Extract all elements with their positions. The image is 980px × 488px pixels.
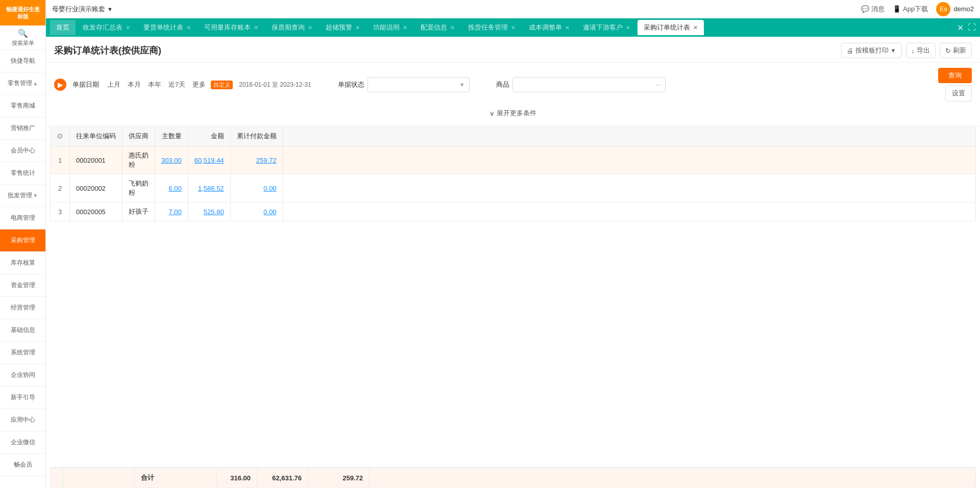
sidebar-item-label: 新手引导 bbox=[11, 393, 35, 402]
tab-home[interactable]: 首页 bbox=[50, 20, 76, 35]
sidebar-search[interactable]: 🔍 搜索菜单 bbox=[0, 25, 46, 50]
expand-more-button[interactable]: ∨ 展开更多条件 bbox=[489, 109, 536, 118]
cell-amount[interactable]: 525.80 bbox=[188, 202, 230, 221]
cell-paid[interactable]: 259.72 bbox=[230, 146, 283, 174]
shortcut-7days[interactable]: 近7天 bbox=[166, 79, 187, 90]
export-icon: ↓ bbox=[912, 47, 915, 55]
close-tab-button[interactable]: ✕ bbox=[957, 23, 964, 33]
goods-input[interactable]: ··· bbox=[512, 77, 666, 92]
sidebar-item-label: 会员中心 bbox=[11, 146, 35, 155]
user-menu[interactable]: Ea demo2 bbox=[936, 2, 974, 16]
tab-close-icon[interactable]: ✕ bbox=[308, 24, 312, 31]
cell-paid[interactable]: 0.00 bbox=[230, 202, 283, 221]
sidebar-item-purchase[interactable]: 采购管理 bbox=[0, 229, 46, 252]
maximize-button[interactable]: ⛶ bbox=[968, 23, 976, 32]
tab-yaoqing[interactable]: 邀请下游客户 ✕ bbox=[577, 20, 636, 35]
tab-label: 邀请下游客户 bbox=[583, 23, 623, 32]
tab-kuyun[interactable]: 可用量库存账本 ✕ bbox=[198, 20, 264, 35]
sidebar-item-ecommerce[interactable]: 电商管理 bbox=[0, 207, 46, 229]
cell-qty[interactable]: 7.00 bbox=[155, 202, 188, 221]
sidebar-item-member2[interactable]: 畅会员 bbox=[0, 454, 46, 476]
tab-close-icon[interactable]: ✕ bbox=[186, 24, 191, 31]
cell-paid[interactable]: 0.00 bbox=[230, 174, 283, 202]
footer-label: 合计 bbox=[135, 468, 216, 488]
app-download-button[interactable]: 📱 App下载 bbox=[893, 5, 928, 14]
sidebar-item-retail[interactable]: 零售管理 ▲ bbox=[0, 72, 46, 95]
sidebar-item-appcenter[interactable]: 应用中心 bbox=[0, 409, 46, 431]
tab-yaohuo[interactable]: 要货单统计表 ✕ bbox=[137, 20, 197, 35]
sidebar-item-newbie[interactable]: 新手引导 bbox=[0, 387, 46, 409]
sidebar-item-basic[interactable]: 基础信息 bbox=[0, 319, 46, 342]
settings-button[interactable]: 设置 bbox=[945, 85, 972, 101]
filter-row-1: ▶ 单据日期 上月 本月 本年 近7天 更多 自定义 2016-01-01 至 … bbox=[54, 68, 972, 101]
sidebar-item-label: 采购管理 bbox=[11, 236, 35, 245]
custom-date-badge[interactable]: 自定义 bbox=[211, 81, 233, 89]
tab-gongneng[interactable]: 功能说明 ✕ bbox=[367, 20, 413, 35]
sidebar-item-label: 畅会员 bbox=[14, 460, 32, 469]
message-button[interactable]: 💬 消息 bbox=[861, 5, 885, 14]
sidebar-item-stock[interactable]: 库存核算 bbox=[0, 252, 46, 274]
col-extra bbox=[283, 126, 975, 146]
shortcut-more[interactable]: 更多 bbox=[190, 79, 208, 90]
query-button[interactable]: 查询 bbox=[938, 68, 972, 83]
tabbar-actions: ✕ ⛶ bbox=[957, 23, 976, 33]
sidebar-item-system[interactable]: 系统管理 bbox=[0, 342, 46, 364]
page-title: 采购订单统计表(按供应商) bbox=[54, 44, 161, 57]
sidebar-item-label: 资金管理 bbox=[11, 281, 35, 290]
cell-qty[interactable]: 6.00 bbox=[155, 174, 188, 202]
tab-close-icon[interactable]: ✕ bbox=[450, 24, 455, 31]
sidebar-item-corpwx[interactable]: 企业微信 bbox=[0, 431, 46, 454]
tab-close-icon[interactable]: ✕ bbox=[565, 24, 570, 31]
chevron-up-icon: ▲ bbox=[33, 81, 38, 86]
cell-amount[interactable]: 1,586.52 bbox=[188, 174, 230, 202]
refresh-button[interactable]: ↻ 刷新 bbox=[940, 43, 972, 58]
account-switcher[interactable]: 母婴行业演示账套 ▼ bbox=[52, 5, 113, 14]
export-button[interactable]: ↓ 导出 bbox=[906, 43, 936, 58]
cell-index: 2 bbox=[51, 174, 70, 202]
tab-shoufacun[interactable]: 收发存汇总表 ✕ bbox=[77, 20, 136, 35]
footer-label-code bbox=[63, 468, 135, 488]
cell-qty[interactable]: 303.00 bbox=[155, 146, 188, 174]
print-button[interactable]: 🖨 按模板打印 ▼ bbox=[841, 43, 902, 58]
tab-baozhi[interactable]: 保质期查询 ✕ bbox=[265, 20, 318, 35]
cell-amount[interactable]: 60,519.44 bbox=[188, 146, 230, 174]
shortcut-this-year[interactable]: 本年 bbox=[146, 79, 163, 90]
sidebar-item-corp[interactable]: 企业协同 bbox=[0, 364, 46, 387]
tab-label: 保质期查询 bbox=[272, 23, 305, 32]
goods-filter: 商品 ··· bbox=[496, 77, 666, 92]
tab-peizhi[interactable]: 配置信息 ✕ bbox=[414, 20, 461, 35]
filter-toggle-button[interactable]: ▶ bbox=[54, 79, 66, 91]
sidebar-item-ops[interactable]: 经营管理 bbox=[0, 297, 46, 319]
shortcut-last-month[interactable]: 上月 bbox=[105, 79, 122, 90]
tab-close-icon[interactable]: ✕ bbox=[403, 24, 407, 31]
col-amount: 金额 bbox=[188, 126, 230, 146]
sidebar-item-quick-nav[interactable]: 快捷导航 bbox=[0, 50, 46, 72]
tab-close-icon[interactable]: ✕ bbox=[511, 24, 516, 31]
col-settings[interactable]: ⚙ bbox=[51, 126, 70, 146]
tab-close-icon[interactable]: ✕ bbox=[693, 24, 698, 31]
sidebar-item-wholesale[interactable]: 批发管理 ▼ bbox=[0, 185, 46, 207]
settings-icon[interactable]: ⚙ bbox=[57, 132, 63, 140]
tab-close-icon[interactable]: ✕ bbox=[126, 24, 130, 31]
sidebar-item-member[interactable]: 会员中心 bbox=[0, 140, 46, 162]
tab-caigou[interactable]: 采购订单统计表 ✕ bbox=[638, 20, 704, 35]
sidebar-item-marketing[interactable]: 营销推广 bbox=[0, 117, 46, 140]
sidebar-item-retail-stat[interactable]: 零售统计 bbox=[0, 162, 46, 185]
tab-close-icon[interactable]: ✕ bbox=[626, 24, 630, 31]
sidebar-item-retail-mall[interactable]: 零售商城 bbox=[0, 95, 46, 117]
tab-close-icon[interactable]: ✕ bbox=[355, 24, 360, 31]
table-header-row: ⚙ 往来单位编码 供应商 主数量 金额 累计付款金额 bbox=[51, 126, 976, 146]
status-select[interactable]: ▼ bbox=[368, 77, 470, 92]
tab-chengben[interactable]: 成本调整单 ✕ bbox=[523, 20, 576, 35]
sidebar-item-label: 零售管理 bbox=[8, 79, 32, 88]
cell-extra bbox=[283, 202, 975, 221]
tab-chaochuu[interactable]: 超储预警 ✕ bbox=[320, 20, 366, 35]
shortcut-this-month[interactable]: 本月 bbox=[126, 79, 143, 90]
tab-label: 首页 bbox=[56, 23, 69, 32]
sidebar-item-finance[interactable]: 资金管理 bbox=[0, 274, 46, 297]
tab-close-icon[interactable]: ✕ bbox=[254, 24, 258, 31]
footer-empty1 bbox=[51, 468, 63, 488]
footer-extra bbox=[370, 468, 976, 488]
tab-pihuo[interactable]: 拣货任务管理 ✕ bbox=[462, 20, 522, 35]
date-shortcuts: 上月 本月 本年 近7天 更多 自定义 bbox=[105, 79, 233, 90]
